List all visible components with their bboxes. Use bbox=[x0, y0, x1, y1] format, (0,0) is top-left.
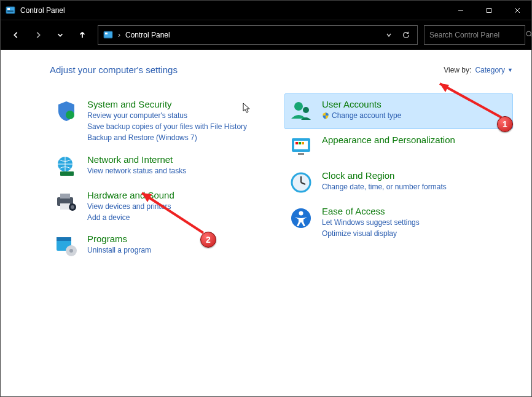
category-title[interactable]: Network and Internet bbox=[87, 154, 186, 165]
programs-icon bbox=[54, 234, 79, 258]
category-title[interactable]: Clock and Region bbox=[322, 170, 447, 181]
category-user-accounts[interactable]: User Accounts Change account type bbox=[284, 93, 513, 129]
svg-rect-8 bbox=[105, 33, 108, 34]
svg-marker-37 bbox=[440, 84, 449, 92]
address-icon bbox=[103, 30, 113, 40]
category-ease-of-access[interactable]: Ease of Access Let Windows suggest setti… bbox=[284, 200, 513, 244]
svg-rect-29 bbox=[302, 142, 304, 144]
accessibility-icon bbox=[289, 206, 313, 230]
shield-icon bbox=[54, 99, 79, 124]
globe-icon bbox=[54, 154, 79, 179]
minimize-button[interactable] bbox=[447, 1, 475, 20]
category-link[interactable]: Let Windows suggest settings bbox=[322, 218, 420, 227]
category-title[interactable]: System and Security bbox=[87, 99, 247, 109]
category-link[interactable]: Change account type bbox=[322, 111, 401, 120]
monitor-icon bbox=[289, 135, 313, 159]
viewby-dropdown[interactable]: Category ▼ bbox=[475, 66, 513, 74]
page-title: Adjust your computer's settings bbox=[50, 65, 178, 75]
svg-rect-7 bbox=[104, 31, 112, 38]
window-title: Control Panel bbox=[20, 6, 65, 15]
category-link[interactable]: Add a device bbox=[87, 213, 174, 222]
category-link[interactable]: View devices and printers bbox=[87, 202, 174, 211]
category-hardware-sound[interactable]: Hardware and Sound View devices and prin… bbox=[50, 184, 278, 228]
category-title[interactable]: Programs bbox=[87, 234, 151, 244]
category-system-security[interactable]: System and Security Review your computer… bbox=[50, 93, 278, 149]
category-link[interactable]: Save backup copies of your files with Fi… bbox=[87, 122, 247, 132]
category-title[interactable]: Appearance and Personalization bbox=[322, 135, 455, 145]
category-link[interactable]: Review your computer's status bbox=[87, 111, 247, 120]
svg-point-18 bbox=[71, 205, 74, 209]
viewby-label: View by: bbox=[444, 66, 471, 74]
category-title[interactable]: Hardware and Sound bbox=[87, 190, 174, 200]
chevron-right-icon: › bbox=[118, 31, 120, 39]
svg-rect-28 bbox=[299, 142, 301, 144]
right-column: User Accounts Change account type Appear… bbox=[284, 93, 513, 264]
refresh-button[interactable] bbox=[400, 31, 412, 39]
svg-rect-27 bbox=[295, 142, 298, 144]
back-button[interactable] bbox=[7, 26, 25, 44]
category-link[interactable]: View network status and tasks bbox=[87, 166, 186, 176]
svg-rect-2 bbox=[7, 10, 14, 12]
address-history-button[interactable] bbox=[383, 32, 395, 38]
breadcrumb[interactable]: Control Panel bbox=[125, 31, 170, 39]
svg-point-24 bbox=[303, 107, 309, 113]
category-link[interactable]: Optimize visual display bbox=[322, 229, 420, 238]
svg-rect-1 bbox=[7, 8, 10, 10]
svg-rect-20 bbox=[57, 237, 71, 241]
category-link[interactable]: Backup and Restore (Windows 7) bbox=[87, 133, 247, 143]
category-network-internet[interactable]: Network and Internet View network status… bbox=[50, 149, 278, 184]
svg-rect-15 bbox=[60, 194, 70, 198]
svg-rect-0 bbox=[6, 7, 15, 14]
category-programs[interactable]: Programs Uninstall a program bbox=[50, 228, 278, 264]
search-input[interactable] bbox=[429, 31, 522, 39]
annotation-badge-1: 1 bbox=[497, 116, 513, 132]
svg-point-22 bbox=[69, 249, 73, 253]
content-area: Adjust your computer's settings View by:… bbox=[1, 50, 531, 396]
svg-rect-16 bbox=[60, 203, 70, 210]
svg-rect-13 bbox=[60, 171, 74, 176]
svg-rect-30 bbox=[298, 153, 304, 155]
user-icon bbox=[289, 99, 313, 124]
svg-point-23 bbox=[294, 102, 303, 111]
recent-locations-button[interactable] bbox=[51, 26, 69, 44]
category-title[interactable]: Ease of Access bbox=[322, 206, 420, 216]
category-title[interactable]: User Accounts bbox=[322, 99, 401, 109]
titlebar: Control Panel bbox=[1, 1, 531, 20]
printer-icon bbox=[54, 190, 79, 214]
annotation-badge-2: 2 bbox=[200, 232, 216, 248]
control-panel-icon bbox=[6, 6, 15, 15]
address-bar[interactable]: › Control Panel bbox=[98, 25, 418, 45]
category-clock-region[interactable]: Clock and Region Change date, time, or n… bbox=[284, 165, 513, 200]
search-box[interactable] bbox=[424, 25, 525, 45]
uac-shield-icon bbox=[322, 112, 329, 119]
svg-point-35 bbox=[299, 211, 303, 216]
svg-point-9 bbox=[526, 31, 531, 36]
svg-rect-4 bbox=[487, 8, 491, 12]
maximize-button[interactable] bbox=[475, 1, 503, 20]
category-appearance-personalization[interactable]: Appearance and Personalization bbox=[284, 129, 513, 165]
forward-button[interactable] bbox=[29, 26, 47, 44]
category-link[interactable]: Change date, time, or number formats bbox=[322, 182, 447, 192]
category-link[interactable]: Uninstall a program bbox=[87, 245, 151, 255]
clock-icon bbox=[289, 170, 313, 195]
search-icon bbox=[525, 30, 532, 40]
close-button[interactable] bbox=[503, 1, 531, 20]
svg-point-11 bbox=[66, 111, 74, 119]
caret-down-icon: ▼ bbox=[507, 67, 513, 73]
navigation-bar: › Control Panel bbox=[1, 20, 531, 50]
left-column: System and Security Review your computer… bbox=[50, 93, 278, 264]
up-button[interactable] bbox=[73, 26, 92, 44]
